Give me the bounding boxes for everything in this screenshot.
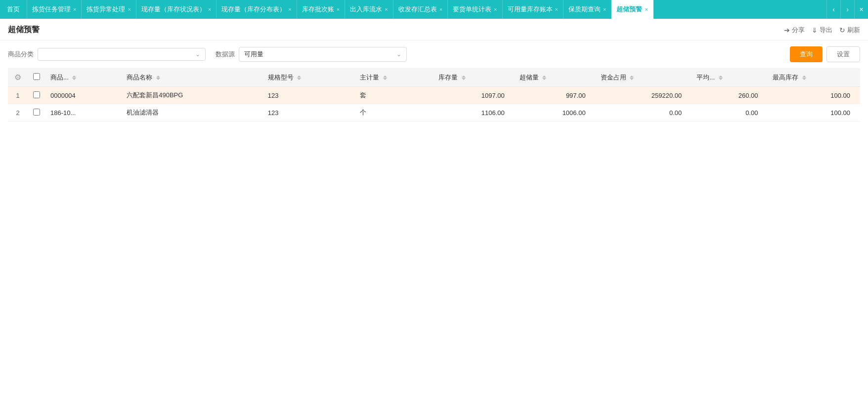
row-capital: 0.00: [596, 104, 692, 121]
datasource-value: 可用量: [244, 50, 263, 59]
row-stock: 1097.00: [434, 87, 515, 104]
filter-area: 商品分类 ⌄ 数据源 可用量 ⌄ 查询 设置: [0, 40, 868, 68]
tab-close-btn[interactable]: ×: [128, 6, 130, 12]
row-name: 六配套新昌490BPG: [122, 87, 262, 104]
row-code: 186-10...: [45, 104, 122, 121]
nav-tab[interactable]: 出入库流水×: [345, 0, 393, 19]
row-num: 1: [8, 87, 28, 104]
nav-tab[interactable]: 现存量（库存分布表）×: [217, 0, 297, 19]
tab-close-btn[interactable]: ×: [494, 6, 497, 12]
col-spec-label: 规格型号: [268, 74, 294, 81]
col-name[interactable]: 商品名称: [122, 68, 262, 87]
nav-tab[interactable]: 超储预警×: [611, 0, 653, 19]
col-code-label: 商品...: [50, 74, 69, 81]
col-unit-label: 主计量: [360, 74, 379, 81]
col-overstock[interactable]: 超储量: [515, 68, 596, 87]
col-spec[interactable]: 规格型号: [263, 68, 355, 87]
column-settings-icon-cell: ⚙: [8, 68, 28, 87]
main-table: ⚙ 商品... 商品名称 规格型号 主计量: [8, 68, 860, 121]
refresh-action[interactable]: ↻ 刷新: [839, 26, 860, 35]
nav-prev-arrow[interactable]: ‹: [826, 0, 840, 19]
nav-tab[interactable]: 拣货任务管理×: [27, 0, 82, 19]
query-button[interactable]: 查询: [790, 46, 823, 62]
settings-button[interactable]: 设置: [826, 46, 860, 62]
header-actions: ➔ 分享 ⇓ 导出 ↻ 刷新: [784, 26, 860, 35]
select-all-cell: [28, 68, 45, 87]
nav-tab[interactable]: 库存批次账×: [297, 0, 345, 19]
nav-tab[interactable]: 可用量库存账本×: [503, 0, 564, 19]
row-checkbox[interactable]: [33, 109, 40, 116]
category-filter: 商品分类 ⌄: [8, 48, 206, 61]
export-icon: ⇓: [812, 26, 818, 34]
category-select[interactable]: ⌄: [38, 48, 206, 61]
nav-next-arrow[interactable]: ›: [840, 0, 854, 19]
col-avg[interactable]: 平均...: [692, 68, 768, 87]
col-stock-sort: [462, 76, 466, 80]
col-stock-label: 库存量: [438, 74, 458, 81]
category-label: 商品分类: [8, 50, 34, 59]
select-all-checkbox[interactable]: [33, 73, 40, 80]
datasource-label: 数据源: [216, 50, 235, 59]
table-body: 1 0000004 六配套新昌490BPG 123 套 1097.00 997.…: [8, 87, 860, 121]
row-capital: 259220.00: [596, 87, 692, 104]
col-name-sort: [156, 76, 160, 80]
share-label: 分享: [792, 26, 805, 35]
col-code[interactable]: 商品...: [45, 68, 122, 87]
nav-tab[interactable]: 保质期查询×: [564, 0, 611, 19]
row-spec: 123: [263, 104, 355, 121]
nav-arrows: ‹ › ×: [826, 0, 868, 19]
tab-close-btn[interactable]: ×: [645, 6, 648, 12]
col-stock[interactable]: 库存量: [434, 68, 515, 87]
datasource-filter: 数据源 可用量 ⌄: [216, 47, 407, 62]
col-max-stock-sort: [802, 76, 806, 80]
col-code-sort: [72, 76, 76, 80]
share-action[interactable]: ➔ 分享: [784, 26, 805, 35]
row-num: 2: [8, 104, 28, 121]
refresh-label: 刷新: [847, 26, 860, 35]
filter-buttons: 查询 设置: [790, 46, 860, 62]
export-label: 导出: [820, 26, 832, 35]
row-unit: 套: [355, 87, 434, 104]
col-name-label: 商品名称: [127, 74, 152, 81]
refresh-icon: ↻: [839, 26, 845, 34]
tab-close-btn[interactable]: ×: [439, 6, 442, 12]
col-spec-sort: [297, 76, 301, 80]
col-overstock-sort: [542, 76, 546, 80]
datasource-dropdown-icon: ⌄: [396, 51, 401, 58]
top-nav: 首页 拣货任务管理×拣货异常处理×现存量（库存状况表）×现存量（库存分布表）×库…: [0, 0, 868, 19]
tab-close-btn[interactable]: ×: [385, 6, 388, 12]
row-spec: 123: [263, 87, 355, 104]
nav-home[interactable]: 首页: [0, 0, 27, 19]
row-checkbox-cell: [28, 87, 45, 104]
row-stock: 1106.00: [434, 104, 515, 121]
col-avg-label: 平均...: [696, 74, 715, 81]
category-dropdown-icon: ⌄: [195, 51, 200, 58]
table-header-row: ⚙ 商品... 商品名称 规格型号 主计量: [8, 68, 860, 87]
tab-close-btn[interactable]: ×: [603, 6, 606, 12]
column-settings-icon[interactable]: ⚙: [14, 73, 21, 82]
table-row: 2 186-10... 机油滤清器 123 个 1106.00 1006.00 …: [8, 104, 860, 121]
tab-close-btn[interactable]: ×: [337, 6, 340, 12]
row-overstock: 997.00: [515, 87, 596, 104]
page-title: 超储预警: [8, 25, 40, 35]
nav-close-all[interactable]: ×: [854, 0, 868, 19]
tab-close-btn[interactable]: ×: [208, 6, 211, 12]
nav-tab[interactable]: 现存量（库存状况表）×: [136, 0, 217, 19]
nav-tab[interactable]: 拣货异常处理×: [82, 0, 136, 19]
tab-close-btn[interactable]: ×: [555, 6, 558, 12]
export-action[interactable]: ⇓ 导出: [812, 26, 832, 35]
col-max-stock[interactable]: 最高库存: [768, 68, 860, 87]
nav-tab[interactable]: 要货单统计表×: [448, 0, 502, 19]
page-header: 超储预警 ➔ 分享 ⇓ 导出 ↻ 刷新: [0, 19, 868, 40]
row-unit: 个: [355, 104, 434, 121]
col-capital[interactable]: 资金占用: [596, 68, 692, 87]
row-checkbox[interactable]: [33, 91, 40, 98]
tab-close-btn[interactable]: ×: [288, 6, 291, 12]
tab-close-btn[interactable]: ×: [73, 6, 76, 12]
col-unit-sort: [383, 76, 387, 80]
col-capital-label: 资金占用: [601, 74, 626, 81]
row-name: 机油滤清器: [122, 104, 262, 121]
nav-tab[interactable]: 收发存汇总表×: [393, 0, 448, 19]
col-unit[interactable]: 主计量: [355, 68, 434, 87]
datasource-select[interactable]: 可用量 ⌄: [239, 47, 407, 62]
